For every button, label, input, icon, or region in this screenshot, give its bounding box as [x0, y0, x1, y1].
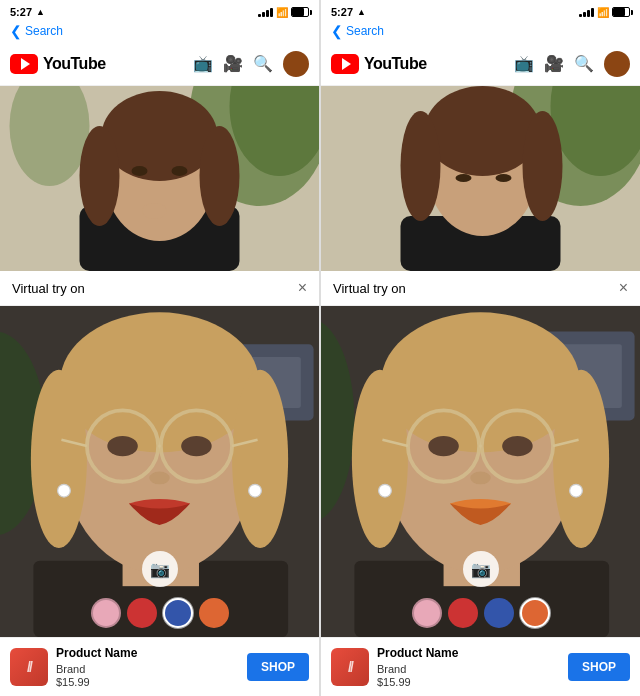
chevron-left-icon-right: ❮ [331, 24, 343, 38]
youtube-logo-text-right: YouTube [364, 55, 427, 73]
swatch-2-left[interactable] [127, 598, 157, 628]
product-name-left: Product Name [56, 646, 239, 662]
avatar-right[interactable] [604, 51, 630, 77]
avatar-left[interactable] [283, 51, 309, 77]
product-bar-right: Product Name Brand $15.99 SHOP [321, 637, 640, 696]
svg-point-11 [143, 203, 167, 219]
youtube-logo-icon-left [10, 54, 38, 74]
left-phone-panel: 5:27 ▲ 📶 ❮ Search YouTube [0, 0, 320, 696]
youtube-logo-right[interactable]: YouTube [331, 54, 427, 74]
video-content-right [321, 86, 640, 271]
back-label-left[interactable]: Search [25, 24, 63, 38]
product-bar-left: Product Name Brand $15.99 SHOP [0, 637, 319, 696]
swatch-3-right[interactable] [484, 598, 514, 628]
product-icon-right [331, 648, 369, 686]
back-button-right[interactable]: ❮ Search [331, 24, 384, 38]
product-price-left: $15.99 [56, 676, 239, 688]
youtube-logo-icon-right [331, 54, 359, 74]
swatch-4-right[interactable] [520, 598, 550, 628]
svg-point-9 [132, 166, 148, 176]
svg-point-28 [181, 436, 212, 456]
location-arrow-right: ▲ [357, 7, 366, 17]
vto-header-left: Virtual try on × [0, 271, 319, 306]
camera-button-left[interactable]: 📷 [142, 551, 178, 587]
nav-bar-right[interactable]: ❮ Search [321, 22, 640, 42]
status-icons-left: 📶 [258, 7, 309, 18]
product-brand-left: Brand [56, 662, 239, 676]
svg-point-59 [470, 472, 490, 485]
cast-icon-left[interactable]: 📺 [193, 54, 213, 73]
signal-bar-r1 [579, 14, 582, 17]
youtube-header-icons-right: 📺 🎥 🔍 [514, 51, 630, 77]
youtube-logo-left[interactable]: YouTube [10, 54, 106, 74]
camera-button-right[interactable]: 📷 [463, 551, 499, 587]
svg-point-31 [249, 484, 262, 497]
signal-bar-r4 [591, 8, 594, 17]
vto-header-right: Virtual try on × [321, 271, 640, 306]
signal-bar-4 [270, 8, 273, 17]
svg-point-57 [428, 436, 459, 456]
color-swatches-left [0, 594, 319, 632]
location-arrow-left: ▲ [36, 7, 45, 17]
wifi-icon-left: 📶 [276, 7, 288, 18]
time-display-left: 5:27 [10, 6, 32, 18]
nav-bar-left[interactable]: ❮ Search [0, 22, 319, 42]
right-phone-panel: 5:27 ▲ 📶 ❮ Search YouTube [320, 0, 640, 696]
status-time-right: 5:27 ▲ [331, 6, 366, 18]
youtube-header-left: YouTube 📺 🎥 🔍 [0, 42, 319, 86]
product-icon-left [10, 648, 48, 686]
video-icon-right[interactable]: 🎥 [544, 54, 564, 73]
product-price-right: $15.99 [377, 676, 560, 688]
vto-panel-right: Virtual try on × [321, 271, 640, 696]
svg-point-20 [31, 370, 87, 548]
svg-point-41 [496, 174, 512, 182]
svg-point-58 [502, 436, 533, 456]
shop-button-left[interactable]: SHOP [247, 653, 309, 681]
shop-button-right[interactable]: SHOP [568, 653, 630, 681]
swatch-1-right[interactable] [412, 598, 442, 628]
svg-point-29 [149, 472, 169, 485]
back-label-right[interactable]: Search [346, 24, 384, 38]
vto-video-right: 📷 [321, 306, 640, 637]
signal-bars-left [258, 7, 273, 17]
svg-point-7 [80, 126, 120, 226]
vto-close-right[interactable]: × [619, 279, 628, 297]
status-icons-right: 📶 [579, 7, 630, 18]
swatch-2-right[interactable] [448, 598, 478, 628]
cast-icon-right[interactable]: 📺 [514, 54, 534, 73]
video-area-left[interactable] [0, 86, 319, 271]
signal-bar-2 [262, 12, 265, 17]
battery-fill-right [613, 8, 625, 16]
swatch-3-left[interactable] [163, 598, 193, 628]
vto-panel-left: Virtual try on × [0, 271, 319, 696]
video-area-right[interactable] [321, 86, 640, 271]
vto-close-left[interactable]: × [298, 279, 307, 297]
signal-bar-r3 [587, 10, 590, 17]
product-info-left: Product Name Brand $15.99 [56, 646, 239, 688]
product-name-right: Product Name [377, 646, 560, 662]
camera-icon-left: 📷 [150, 560, 170, 579]
svg-point-61 [570, 484, 583, 497]
svg-point-51 [553, 370, 609, 548]
svg-point-10 [172, 166, 188, 176]
svg-point-38 [401, 111, 441, 221]
swatch-1-left[interactable] [91, 598, 121, 628]
product-info-right: Product Name Brand $15.99 [377, 646, 560, 688]
video-content-left [0, 86, 319, 271]
youtube-header-right: YouTube 📺 🎥 🔍 [321, 42, 640, 86]
youtube-header-icons-left: 📺 🎥 🔍 [193, 51, 309, 77]
svg-point-27 [107, 436, 138, 456]
chevron-left-icon-left: ❮ [10, 24, 22, 38]
signal-bar-1 [258, 14, 261, 17]
back-button-left[interactable]: ❮ Search [10, 24, 63, 38]
vto-face-content-left [0, 306, 319, 637]
search-icon-left[interactable]: 🔍 [253, 54, 273, 73]
vto-title-left: Virtual try on [12, 281, 85, 296]
swatch-4-left[interactable] [199, 598, 229, 628]
youtube-logo-text-left: YouTube [43, 55, 106, 73]
search-icon-right[interactable]: 🔍 [574, 54, 594, 73]
vto-face-content-right [321, 306, 640, 637]
svg-point-40 [456, 174, 472, 182]
video-icon-left[interactable]: 🎥 [223, 54, 243, 73]
color-swatches-right [321, 594, 640, 632]
